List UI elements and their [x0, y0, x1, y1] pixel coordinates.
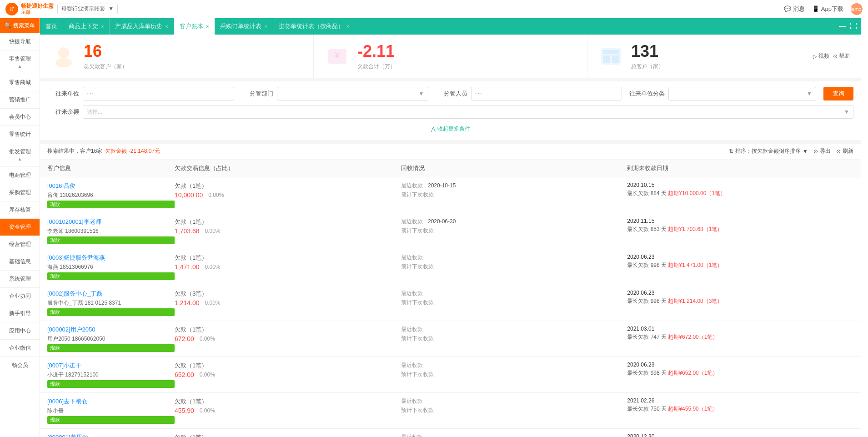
sidebar-item-member[interactable]: 会员中心	[0, 109, 40, 126]
overdue-amount-link[interactable]: 超期¥455.90（1笔）	[668, 406, 718, 412]
sidebar-item-app-center[interactable]: 应用中心	[0, 322, 40, 340]
debt-info-cell: 欠款（1笔） 672.00 0.00%	[175, 326, 401, 352]
unit-category-select[interactable]: ▼	[668, 87, 816, 100]
overdue-amount-link[interactable]: 超期¥672.00（1笔）	[668, 334, 718, 340]
tab-inbound-stats[interactable]: 进货单统计表（按商品） ×	[273, 18, 355, 35]
refresh-btn[interactable]: ⊙ 刷新	[836, 147, 853, 155]
tab-customer-account[interactable]: 客户账本 ×	[174, 18, 215, 35]
collapse-btn[interactable]: ⋀ 收起更多条件	[431, 125, 470, 133]
chevron-down-icon: ▼	[419, 90, 424, 97]
customer-name-link[interactable]: [0007]小迸干	[47, 362, 175, 370]
sidebar-item-vip[interactable]: 畅会员	[0, 357, 40, 374]
sidebar-item-inventory[interactable]: 库存核算	[0, 201, 40, 219]
table-row: [000001]黄思源 黄思源 13552700226 现款 欠款（1笔） 42…	[40, 429, 861, 437]
next-payment-label: 预计下次收款	[401, 191, 434, 198]
tab-close-icon[interactable]: ×	[346, 24, 349, 29]
maximize-icon[interactable]: ⛶	[850, 22, 857, 30]
sidebar-item-wechat-work[interactable]: 企业微信	[0, 340, 40, 357]
customer-phone: 小迸干 18279152100	[47, 371, 175, 379]
recovery-info-cell: 最近收款 2020-06-30 预计下次收款	[401, 218, 627, 244]
overdue-amount-link[interactable]: 超期¥1,471.00（1笔）	[668, 262, 722, 268]
app-download-btn[interactable]: 📱 App下载	[812, 5, 843, 13]
overdue-amount-link[interactable]: 超期¥652.00（1笔）	[668, 370, 718, 376]
tab-home[interactable]: 首页	[40, 18, 63, 35]
overdue-amount-link[interactable]: 超期¥1,214.00（3笔）	[668, 298, 722, 304]
customer-phone: 海燕 18513066976	[47, 263, 175, 271]
tab-product-history[interactable]: 产成品入库单历史 ×	[110, 18, 174, 35]
overdue-amount-link[interactable]: 超期¥1,703.68（1笔）	[668, 226, 722, 232]
export-btn[interactable]: ⊙ 导出	[813, 147, 831, 155]
sidebar-item-basic-info[interactable]: 基础信息	[0, 253, 40, 271]
sidebar-item-marketing[interactable]: 营销推广	[0, 91, 40, 109]
total-customers-value: 131	[631, 42, 664, 61]
message-icon: 💬	[784, 5, 791, 12]
sidebar-item-ecommerce[interactable]: 电商管理	[0, 167, 40, 184]
customer-name-link[interactable]: [0003]畅捷服务尹海燕	[47, 254, 175, 262]
customer-name-link[interactable]: [000002]用户2050	[47, 326, 175, 334]
help-icon: ⊙	[833, 53, 838, 60]
balance-select[interactable]: 选择... ▼	[83, 105, 853, 119]
company-selector[interactable]: 母婴行业演示账套 ▼	[57, 4, 118, 14]
sidebar-item-batch-mgmt[interactable]: 批发管理 ▲	[0, 143, 40, 167]
search-menu-btn[interactable]: 🔍 搜索菜单	[0, 18, 40, 33]
manager-input[interactable]: ···	[471, 87, 622, 100]
sidebar-item-purchase[interactable]: 采购管理	[0, 184, 40, 201]
customer-name-link[interactable]: [0001020001]李老师	[47, 218, 175, 226]
sidebar-item-operations[interactable]: 经营管理	[0, 236, 40, 253]
user-menu[interactable]: demo2	[851, 3, 863, 15]
customer-name-link[interactable]: [0006]去下粮仓	[47, 397, 175, 406]
sidebar-item-retail-mall[interactable]: 零售商城	[0, 74, 40, 91]
recovery-info-cell: 最近收款 预计下次收款	[401, 290, 627, 316]
customer-phone: 陈小冊	[47, 407, 175, 415]
debt-info-cell: 欠款（1笔） 652.00 0.00%	[175, 362, 401, 388]
tab-close-icon[interactable]: ×	[165, 24, 168, 29]
table-row: [0003]畅捷服务尹海燕 海燕 18513066976 现款 欠款（1笔） 1…	[40, 249, 861, 285]
customer-name-link[interactable]: [0016]吕俊	[47, 182, 175, 190]
debtors-value: 16	[84, 42, 127, 61]
sidebar-item-retail-mgmt[interactable]: 零售管理 ▲	[0, 50, 40, 74]
tab-close-icon[interactable]: ×	[264, 24, 267, 29]
debt-icon: ¥	[325, 44, 350, 69]
right-scrollbar[interactable]	[861, 18, 868, 437]
overdue-info-cell: 2021.03.01 最长欠款 747 天 超期¥672.00（1笔）	[627, 326, 853, 352]
sidebar-item-enterprise[interactable]: 企业协同	[0, 288, 40, 305]
help-btn[interactable]: ⊙ 帮助	[833, 52, 850, 60]
tab-purchase-order[interactable]: 采购订单统计表 ×	[215, 18, 273, 35]
sidebar-item-new-guide[interactable]: 新手引导	[0, 305, 40, 322]
debt-percent: 0.00%	[208, 192, 224, 198]
customer-name-link[interactable]: [000001]黄思源	[47, 433, 175, 437]
customer-name-link[interactable]: [0002]服务中心_丁磊	[47, 290, 175, 298]
filter-row-2: 往来余额 选择... ▼	[47, 105, 853, 119]
sidebar-item-retail-stats[interactable]: 零售统计	[0, 126, 40, 143]
recovery-info-cell: 最近收款 预计下次收款	[401, 433, 627, 437]
query-button[interactable]: 查询	[823, 87, 853, 100]
customer-tag: 现款	[47, 236, 175, 244]
filter-division: 分管部门 ▼	[241, 87, 428, 100]
customer-info-cell: [000002]用户2050 用户2050 18665062050 现款	[47, 326, 175, 352]
sidebar-item-quick-nav[interactable]: 快捷导航	[0, 33, 40, 50]
content-area: 16 总欠款客户（家） ¥ -2.11 欠款合计（万）	[40, 35, 861, 437]
source-unit-input[interactable]: ···	[83, 87, 234, 100]
table-row: [000002]用户2050 用户2050 18665062050 现款 欠款（…	[40, 321, 861, 357]
overdue-info-cell: 2020.06.23 最长欠款 998 天 超期¥1,214.00（3笔）	[627, 290, 853, 316]
table-header: 客户信息 欠款交易信息（占比） 回收情况 到期未收款日期	[40, 160, 861, 177]
tab-product-off[interactable]: 商品上下架 ×	[63, 18, 110, 35]
brand-short: 示微	[21, 9, 54, 15]
svg-text:¥: ¥	[335, 51, 340, 60]
sidebar-item-finance[interactable]: 资金管理	[0, 219, 40, 236]
message-btn[interactable]: 💬 消息	[784, 5, 805, 13]
minimize-icon[interactable]: —	[839, 22, 846, 30]
debt-info-cell: 欠款（1笔） 429.00 0.00%	[175, 433, 401, 437]
debt-info-cell: 欠款（1笔） 10,000.00 0.00%	[175, 182, 401, 208]
tab-close-icon[interactable]: ×	[101, 24, 104, 29]
stat-card-debt-total: ¥ -2.11 欠款合计（万）	[314, 35, 587, 78]
overdue-amount-link[interactable]: 超期¥10,000.00（1笔）	[668, 190, 726, 196]
video-btn[interactable]: ▷ 视频	[813, 52, 829, 60]
svg-point-0	[58, 47, 69, 58]
division-select[interactable]: ▼	[277, 87, 428, 100]
sidebar-item-system[interactable]: 系统管理	[0, 271, 40, 288]
tab-close-icon[interactable]: ×	[206, 24, 209, 29]
sort-btn[interactable]: ⇅ 排序：按欠款金额倒序排序 ▼	[729, 147, 808, 155]
customer-tag: 现款	[47, 344, 175, 352]
stat-card-actions: ▷ 视频 ⊙ 帮助	[813, 52, 850, 60]
